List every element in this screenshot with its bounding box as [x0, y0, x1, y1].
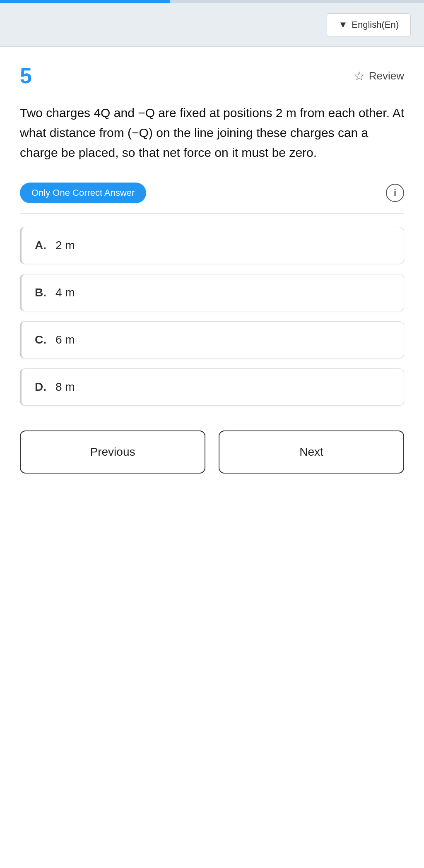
star-icon: ☆	[354, 69, 365, 83]
language-label: English(En)	[352, 19, 399, 30]
question-number: 5	[20, 63, 32, 88]
option-d-value: 8 m	[55, 380, 75, 394]
option-a-value: 2 m	[55, 239, 75, 252]
answer-type-badge: Only One Correct Answer	[20, 183, 146, 203]
option-c[interactable]: C. 6 m	[20, 321, 404, 358]
option-c-value: 6 m	[55, 333, 75, 346]
language-selector[interactable]: ▼ English(En)	[327, 13, 411, 36]
options-list: A. 2 m B. 4 m C. 6 m D. 8 m	[20, 227, 404, 406]
option-a-label: A.	[35, 239, 55, 252]
review-button[interactable]: ☆ Review	[354, 69, 404, 83]
option-b[interactable]: B. 4 m	[20, 274, 404, 311]
divider	[20, 213, 404, 214]
option-d-label: D.	[35, 380, 55, 394]
option-c-label: C.	[35, 333, 55, 346]
question-header: 5 ☆ Review	[20, 63, 404, 88]
nav-buttons: Previous Next	[20, 430, 404, 474]
option-b-label: B.	[35, 286, 55, 299]
main-content: 5 ☆ Review Two charges 4Q and −Q are fix…	[0, 47, 424, 868]
answer-type-row: Only One Correct Answer i	[20, 183, 404, 203]
chevron-down-icon: ▼	[339, 19, 348, 30]
header: ▼ English(En)	[0, 3, 424, 47]
review-label: Review	[369, 70, 404, 82]
option-a[interactable]: A. 2 m	[20, 227, 404, 264]
option-d[interactable]: D. 8 m	[20, 368, 404, 406]
next-button[interactable]: Next	[219, 430, 404, 474]
info-icon[interactable]: i	[386, 184, 404, 202]
question-text: Two charges 4Q and −Q are fixed at posit…	[20, 103, 404, 163]
option-b-value: 4 m	[55, 286, 75, 299]
progress-bar	[0, 0, 424, 3]
previous-button[interactable]: Previous	[20, 430, 205, 474]
